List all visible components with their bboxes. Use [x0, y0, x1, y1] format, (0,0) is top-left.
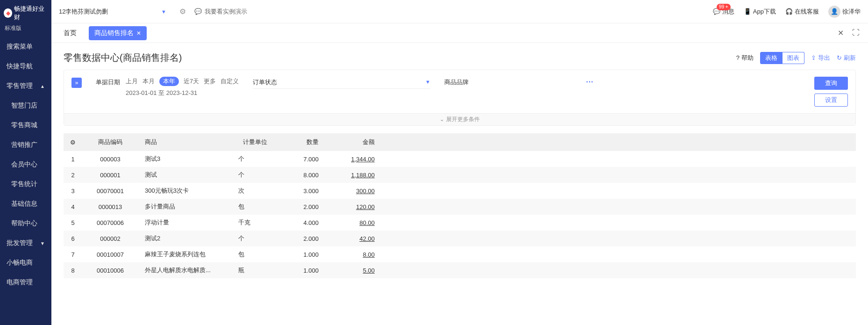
brand-label: 商品品牌 — [444, 78, 469, 87]
sidebar-retail-item-0[interactable]: 智慧门店 — [0, 96, 51, 116]
cell-unit: 个 — [232, 151, 278, 167]
help-button[interactable]: ? 帮助 — [736, 54, 754, 62]
query-button[interactable]: 查询 — [814, 77, 848, 90]
cell-rest — [381, 199, 856, 215]
date-last-month[interactable]: 上月 — [126, 77, 138, 86]
messages-button[interactable]: 💬 99 + 消息 — [713, 7, 734, 16]
chevron-down-icon: ▼ — [40, 241, 45, 246]
page-header: 零售数据中心(商品销售排名) ? 帮助 表格 图表 ⇪ 导出 ↻ 刷新 — [51, 43, 868, 70]
tab-home[interactable]: 首页 — [58, 26, 82, 40]
col-unit[interactable]: 计量单位 — [232, 133, 278, 151]
filter-brand[interactable]: 商品品牌 ⋯ — [444, 77, 594, 88]
support-button[interactable]: 🎧 在线客服 — [785, 7, 819, 16]
cell-code: 000001 — [82, 167, 138, 183]
cell-rest — [381, 215, 856, 231]
close-icon[interactable]: ✕ — [136, 30, 141, 36]
brand-logo: ◆ 畅捷通好业财 — [0, 0, 51, 24]
settings-button[interactable]: 设置 — [814, 94, 848, 107]
headset-icon: 🎧 — [785, 8, 793, 15]
filter-panel: » 单据日期 上月 本月 本年 近7天 更多 自定义 2023-01-01 至 … — [64, 70, 856, 126]
close-all-icon[interactable]: ✕ — [836, 27, 846, 39]
cell-amount[interactable]: 1,188.00 — [325, 167, 381, 183]
account-select[interactable]: 12李艳芬测试勿删 ▼ — [59, 7, 171, 16]
col-name[interactable]: 商品 — [138, 133, 232, 151]
sidebar-retail[interactable]: 零售管理 ▲ — [0, 76, 51, 96]
export-button[interactable]: ⇪ 导出 — [811, 54, 830, 62]
table-row[interactable]: 500070006浮动计量千克4.00080.00 — [64, 215, 856, 231]
sidebar-xiaochang[interactable]: 小畅电商 — [0, 253, 51, 273]
cell-rest — [381, 246, 856, 262]
table-row[interactable]: 1000003测试3个7.0001,344.00 — [64, 151, 856, 167]
date-more[interactable]: 更多 — [204, 77, 216, 86]
col-code[interactable]: 商品编码 — [82, 133, 138, 151]
cell-rest — [381, 183, 856, 199]
fullscreen-icon[interactable]: ⛶ — [850, 27, 861, 39]
date-label: 单据日期 — [96, 78, 120, 87]
cell-qty: 1.000 — [278, 262, 325, 278]
table-row[interactable]: 40000013多计量商品包2.000120.00 — [64, 199, 856, 215]
cell-name: 浮动计量 — [138, 215, 232, 231]
cell-unit: 个 — [232, 231, 278, 246]
table-row[interactable]: 300070001300元畅玩3次卡次3.000300.00 — [64, 183, 856, 199]
col-amount[interactable]: 金额 — [325, 133, 381, 151]
cell-idx: 8 — [64, 262, 82, 278]
sidebar-retail-item-4[interactable]: 零售统计 — [0, 174, 51, 194]
refresh-icon: ↻ — [837, 54, 842, 61]
sidebar-retail-item-6[interactable]: 帮助中心 — [0, 214, 51, 233]
cell-rest — [381, 151, 856, 167]
col-rest — [381, 133, 856, 151]
gear-icon[interactable]: ⚙ — [179, 7, 186, 16]
cell-amount[interactable]: 300.00 — [325, 183, 381, 199]
cell-code: 0000013 — [82, 199, 138, 215]
sidebar-search[interactable]: 搜索菜单 — [0, 37, 51, 57]
table-row[interactable]: 700010007麻辣王子麦烧系列连包包1.0008.00 — [64, 246, 856, 262]
cell-unit: 包 — [232, 246, 278, 262]
table-row[interactable]: 6000002测试2个2.00042.00 — [64, 231, 856, 246]
date-last7[interactable]: 近7天 — [184, 77, 199, 86]
cell-amount[interactable]: 120.00 — [325, 199, 381, 215]
cell-amount[interactable]: 80.00 — [325, 215, 381, 231]
table-row[interactable]: 2000001测试个8.0001,188.00 — [64, 167, 856, 183]
sidebar-wholesale-label: 批发管理 — [7, 239, 33, 247]
date-this-year[interactable]: 本年 — [159, 77, 179, 86]
app-download-button[interactable]: 📱 App下载 — [744, 7, 776, 16]
sidebar-retail-item-1[interactable]: 零售商城 — [0, 116, 51, 135]
cell-qty: 2.000 — [278, 199, 325, 215]
view-table-button[interactable]: 表格 — [760, 52, 783, 64]
refresh-button[interactable]: ↻ 刷新 — [837, 54, 856, 62]
cell-name: 测试 — [138, 167, 232, 183]
demo-link[interactable]: 💬 我要看实例演示 — [194, 7, 247, 16]
filter-order-status[interactable]: 订单状态 ▼ — [253, 77, 430, 89]
page-title: 零售数据中心(商品销售排名) — [64, 51, 182, 64]
more-icon[interactable]: ⋯ — [586, 77, 594, 86]
cell-code: 00010007 — [82, 246, 138, 262]
collapse-toggle[interactable]: » — [71, 78, 82, 88]
sidebar-retail-item-3[interactable]: 会员中心 — [0, 155, 51, 174]
help-icon: ? — [736, 54, 740, 61]
sidebar-ecommerce[interactable]: 电商管理 — [0, 273, 51, 292]
expand-more-button[interactable]: ⌄ 展开更多条件 — [64, 113, 855, 125]
cell-amount[interactable]: 5.00 — [325, 262, 381, 278]
date-range-value: 2023-01-01 至 2023-12-31 — [126, 89, 239, 97]
sidebar-retail-item-2[interactable]: 营销推广 — [0, 135, 51, 155]
date-this-month[interactable]: 本月 — [142, 77, 155, 86]
cell-unit: 包 — [232, 199, 278, 215]
date-custom[interactable]: 自定义 — [221, 77, 239, 86]
sidebar-retail-item-5[interactable]: 基础信息 — [0, 194, 51, 214]
sidebar-quicknav[interactable]: 快捷导航 — [0, 57, 51, 76]
table-row[interactable]: 800010006外星人电解质水电解质...瓶1.0005.00 — [64, 262, 856, 278]
cell-amount[interactable]: 8.00 — [325, 246, 381, 262]
cell-amount[interactable]: 1,344.00 — [325, 151, 381, 167]
user-menu[interactable]: 👤 徐泽华 — [828, 6, 861, 18]
cell-amount[interactable]: 42.00 — [325, 231, 381, 246]
col-settings[interactable]: ⚙ — [64, 133, 82, 151]
view-chart-button[interactable]: 图表 — [783, 52, 804, 64]
cell-code: 00070006 — [82, 215, 138, 231]
demo-label: 我要看实例演示 — [205, 7, 247, 16]
cell-qty: 2.000 — [278, 231, 325, 246]
export-label: 导出 — [818, 54, 830, 62]
col-qty[interactable]: 数量 — [278, 133, 325, 151]
tab-ranking[interactable]: 商品销售排名 ✕ — [89, 26, 147, 40]
sidebar-wholesale[interactable]: 批发管理 ▼ — [0, 233, 51, 253]
cell-name: 测试3 — [138, 151, 232, 167]
